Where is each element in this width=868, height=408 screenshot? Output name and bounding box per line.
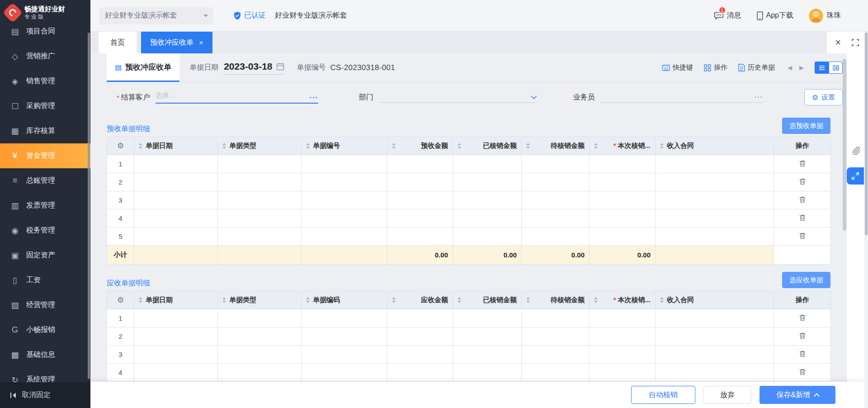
user-menu[interactable]: 珠珠 [809,9,841,23]
tab-prepaid-writeoff[interactable]: 预收冲应收单 × [141,32,212,53]
column-header[interactable]: 已核销金额 [453,291,522,309]
empty-cell[interactable] [522,155,590,173]
delete-row-icon[interactable] [799,178,806,187]
sort-icon[interactable] [458,297,461,303]
sidebar-item-fixed-assets[interactable]: ▣固定资产 [0,243,90,268]
empty-cell[interactable] [656,327,774,346]
empty-cell[interactable] [302,173,387,191]
sort-icon[interactable] [660,143,664,149]
actions-button[interactable]: 操作 [704,63,727,72]
empty-cell[interactable] [302,155,387,173]
document-title-tab[interactable]: ▤ 预收冲应收单 [107,53,179,82]
empty-cell[interactable] [453,209,522,228]
sort-icon[interactable] [392,143,396,149]
empty-cell[interactable] [218,155,302,173]
sidebar-item-payroll[interactable]: ▯工资 [0,268,90,293]
delete-row-icon[interactable] [799,232,806,241]
empty-cell[interactable] [302,346,387,364]
sort-icon[interactable] [594,297,598,303]
empty-cell[interactable] [302,191,387,209]
empty-cell[interactable] [218,327,302,346]
empty-cell[interactable] [387,346,453,364]
column-header[interactable]: 单据日期 [134,137,218,155]
empty-cell[interactable] [590,346,656,364]
close-all-tabs-icon[interactable]: × [835,38,841,47]
sort-icon[interactable] [222,143,226,149]
sidebar-scrollbar-thumb[interactable] [88,33,90,379]
sidebar-item-general-ledger[interactable]: ≡总账管理 [0,168,90,193]
empty-cell[interactable] [590,364,656,382]
empty-cell[interactable] [387,155,453,173]
customer-input[interactable]: 选择... ··· [156,91,318,104]
empty-cell[interactable] [522,173,590,191]
column-header[interactable]: 收入合同 [656,137,774,155]
empty-cell[interactable] [590,228,656,246]
date-picker[interactable]: 2023-03-18 [223,61,285,75]
account-set-dropdown[interactable]: 好业财专业版演示帐套 [99,7,213,24]
prev-record-icon[interactable]: ◀ [788,64,792,71]
empty-cell[interactable] [134,309,218,327]
column-header[interactable]: 单据编号 [302,137,387,155]
row-actions-cell[interactable] [774,364,831,382]
row-actions-cell[interactable] [774,228,831,246]
empty-cell[interactable] [656,309,774,327]
row-actions-cell[interactable] [774,346,831,364]
settings-button[interactable]: ⚙ 设置 [804,89,843,105]
empty-cell[interactable] [522,327,590,346]
empty-cell[interactable] [387,191,453,209]
column-header[interactable]: 预收金额 [387,137,453,155]
sidebar-item-reimburse[interactable]: G小畅报销 [0,318,90,342]
empty-cell[interactable] [302,327,387,346]
empty-cell[interactable] [387,228,453,246]
empty-cell[interactable] [590,155,656,173]
sidebar-item-sales[interactable]: ◈销售管理 [0,69,90,94]
column-header[interactable]: 单据类型 [218,291,302,309]
sort-icon[interactable] [526,143,530,149]
column-header[interactable]: 操作 [774,291,831,309]
empty-cell[interactable] [453,327,522,346]
sidebar-item-business[interactable]: ▧经营管理 [0,293,90,318]
sort-icon[interactable] [139,297,142,303]
shortcuts-button[interactable]: 快捷键 [662,63,693,72]
card-view-button[interactable] [829,62,843,74]
empty-cell[interactable] [522,346,590,364]
next-record-icon[interactable]: ▶ [799,64,804,71]
customer-picker-icon[interactable]: ··· [310,95,318,100]
sidebar-item-marketing[interactable]: ◇营销推广 [0,44,90,69]
delete-row-icon[interactable] [799,196,806,205]
page-scrollbar[interactable] [864,32,868,408]
delete-row-icon[interactable] [799,214,806,223]
auto-writeoff-button[interactable]: 自动核销 [631,386,695,404]
empty-cell[interactable] [302,364,387,382]
empty-cell[interactable] [656,191,774,209]
unpin-sidebar-button[interactable]: 取消固定 [0,382,90,408]
empty-cell[interactable] [302,209,387,228]
sidebar-item-inventory[interactable]: ▦库存核算 [0,119,90,143]
empty-cell[interactable] [134,327,218,346]
fullscreen-icon[interactable] [852,39,859,46]
column-header[interactable]: 应收金额 [387,291,453,309]
column-header[interactable]: *本次核销... [590,137,656,155]
tab-home[interactable]: 首页 [99,32,137,53]
empty-cell[interactable] [656,155,774,173]
discard-button[interactable]: 放弃 [703,386,751,404]
empty-cell[interactable] [134,191,218,209]
column-header[interactable]: *本次核销... [590,291,656,309]
app-download-button[interactable]: App下载 [757,11,793,20]
empty-cell[interactable] [453,155,522,173]
table-settings-icon[interactable]: ⚙ [117,142,124,150]
column-header[interactable]: 操作 [774,137,831,155]
empty-cell[interactable] [453,346,522,364]
sort-icon[interactable] [139,143,142,149]
content-scrollbar-thumb[interactable] [843,59,846,231]
column-header[interactable]: 单据编码 [302,291,387,309]
row-actions-cell[interactable] [774,173,831,191]
department-select[interactable] [379,92,537,103]
sort-icon[interactable] [458,143,461,149]
empty-cell[interactable] [522,228,590,246]
sidebar-item-purchase[interactable]: ☐采购管理 [0,94,90,119]
empty-cell[interactable] [218,364,302,382]
save-and-new-button[interactable]: 保存&新增 [760,386,835,404]
empty-cell[interactable] [453,228,522,246]
sidebar-item-project-contract[interactable]: ▤项目合同 [0,19,90,44]
